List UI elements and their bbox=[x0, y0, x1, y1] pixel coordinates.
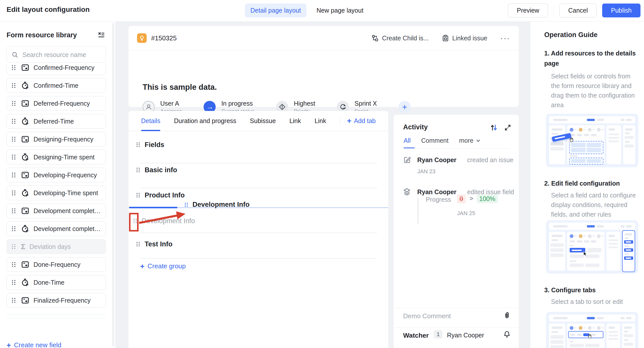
sort-icon[interactable] bbox=[490, 124, 498, 131]
resource-item[interactable]: Done-Time bbox=[7, 275, 106, 290]
drag-handle-icon[interactable] bbox=[10, 135, 17, 143]
more-actions-icon[interactable]: ··· bbox=[500, 34, 510, 42]
drag-handle-icon[interactable] bbox=[135, 166, 141, 174]
drag-handle-icon[interactable] bbox=[10, 153, 17, 161]
drag-handle-icon[interactable] bbox=[10, 82, 17, 89]
drag-handle-icon[interactable] bbox=[10, 261, 17, 268]
create-group-button[interactable]: + Create group bbox=[140, 262, 186, 270]
priority-value: Highest bbox=[294, 100, 315, 107]
tab-link[interactable]: Link bbox=[289, 117, 301, 125]
tab-detail-page-layout[interactable]: Detail page layout bbox=[245, 4, 306, 17]
resource-item[interactable]: Finalized-Frequency bbox=[7, 293, 106, 308]
guide-illustration-2 bbox=[546, 220, 638, 274]
drag-handle-icon[interactable] bbox=[10, 297, 17, 304]
guide-title: Operation Guide bbox=[544, 31, 598, 39]
header-actions: Preview Cancel Publish bbox=[508, 4, 640, 17]
resource-item-label: Deferred-Time bbox=[34, 118, 74, 125]
search-input[interactable] bbox=[22, 51, 101, 59]
drag-handle-icon[interactable] bbox=[135, 191, 141, 199]
activity-date: JAN 25 bbox=[457, 210, 475, 217]
tab-link-wil[interactable]: Link Wil bbox=[315, 117, 327, 125]
expand-icon[interactable] bbox=[504, 124, 511, 131]
resource-item[interactable]: Development completed-... bbox=[7, 221, 106, 236]
tab-subissue[interactable]: Subissue bbox=[250, 117, 276, 125]
group-product-info[interactable]: Product Info bbox=[135, 191, 185, 199]
resource-item[interactable]: Developing-Time spent bbox=[7, 186, 106, 200]
resource-item[interactable]: Deferred-Frequency bbox=[7, 96, 106, 111]
group-test-info[interactable]: Test Info bbox=[135, 240, 173, 248]
drag-handle-icon[interactable] bbox=[10, 118, 17, 125]
resource-item-label: Deferred-Frequency bbox=[34, 100, 90, 107]
frequency-icon bbox=[21, 64, 29, 72]
activity-user[interactable]: Ryan Cooper bbox=[417, 156, 457, 164]
activity-tab-more[interactable]: more bbox=[459, 137, 481, 144]
resource-item[interactable]: Confirmed-Time bbox=[7, 78, 106, 93]
group-basic-info[interactable]: Basic info bbox=[135, 166, 177, 174]
drag-handle-icon[interactable] bbox=[135, 240, 141, 248]
create-new-field-button[interactable]: + Create new field bbox=[7, 341, 61, 348]
old-value-badge: 0 bbox=[457, 194, 466, 203]
tab-details[interactable]: Details bbox=[141, 117, 160, 125]
resource-search[interactable] bbox=[7, 47, 106, 63]
linked-issue-label: Linked issue bbox=[452, 35, 487, 42]
drag-handle-icon[interactable] bbox=[183, 201, 189, 208]
linked-issue-button[interactable]: Linked issue bbox=[442, 34, 487, 42]
drag-handle-icon bbox=[10, 243, 17, 250]
resource-item-label: Development completed-... bbox=[34, 207, 102, 215]
add-tab-button[interactable]: + Add tab bbox=[340, 117, 376, 125]
drag-handle-icon[interactable] bbox=[10, 207, 17, 215]
resource-item-label: Done-Time bbox=[34, 279, 65, 286]
group-fields[interactable]: Fields bbox=[135, 141, 164, 149]
resource-list: Confirmed-Frequency Confirmed-Time Defer… bbox=[7, 64, 106, 314]
tab-duration-progress[interactable]: Duration and progress bbox=[174, 117, 236, 125]
resource-item-label: Designing-Frequency bbox=[34, 136, 93, 143]
sidebar-divider bbox=[7, 314, 106, 314]
guide-step1-heading: 1. Add resources to the details page bbox=[544, 48, 640, 68]
sidebar-scrollbar[interactable] bbox=[112, 23, 114, 346]
resource-item[interactable]: Development completed-... bbox=[7, 204, 106, 218]
drag-handle-icon[interactable] bbox=[10, 100, 17, 107]
resource-item[interactable]: Designing-Time spent bbox=[7, 150, 106, 164]
comment-input[interactable]: Demo Comment bbox=[403, 312, 451, 320]
more-label: more bbox=[459, 137, 473, 144]
bell-icon[interactable] bbox=[503, 330, 511, 338]
dragged-group-development-info[interactable]: Development Info bbox=[183, 201, 250, 209]
guide-illustration-3 bbox=[546, 312, 638, 348]
resource-item-label: Designing-Time spent bbox=[34, 154, 94, 161]
drag-handle-icon[interactable] bbox=[10, 279, 17, 286]
tab-new-page-layout[interactable]: New page layout bbox=[311, 4, 369, 17]
create-child-issue-button[interactable]: Create Child is... bbox=[371, 34, 429, 42]
resource-item-label: Developing-Time spent bbox=[34, 189, 98, 197]
time-icon bbox=[21, 224, 29, 233]
attachment-icon[interactable] bbox=[503, 311, 511, 319]
publish-button[interactable]: Publish bbox=[602, 4, 640, 17]
resource-item[interactable]: Confirmed-Frequency bbox=[7, 64, 106, 75]
operation-guide-panel: Operation Guide 1. Add resources to the … bbox=[530, 21, 644, 348]
chevron-down-icon bbox=[475, 138, 481, 143]
library-title: Form resource library bbox=[7, 31, 77, 39]
activity-user[interactable]: Ryan Cooper bbox=[417, 188, 457, 196]
activity-tab-all[interactable]: All bbox=[404, 137, 411, 144]
drag-handle-icon[interactable] bbox=[10, 189, 17, 197]
drag-handle-icon[interactable] bbox=[10, 64, 17, 71]
annotation-red-arrow bbox=[137, 210, 187, 225]
resource-item[interactable]: Deferred-Time bbox=[7, 114, 106, 129]
drag-handle-icon[interactable] bbox=[10, 171, 17, 179]
hand-cursor-icon bbox=[587, 334, 592, 339]
tabs-divider bbox=[403, 148, 509, 149]
drag-handle-icon[interactable] bbox=[10, 225, 17, 233]
resource-item[interactable]: Done-Frequency bbox=[7, 257, 106, 272]
cancel-button[interactable]: Cancel bbox=[559, 4, 597, 17]
activity-tab-comment[interactable]: Comment bbox=[421, 137, 448, 144]
new-value-badge: 100% bbox=[477, 194, 498, 203]
watcher-name[interactable]: Ryan Cooper bbox=[447, 332, 484, 339]
detail-tabs: Details Duration and progress Subissue L… bbox=[128, 111, 388, 131]
change-arrow-icon: > bbox=[470, 195, 473, 202]
resource-item[interactable]: Designing-Frequency bbox=[7, 132, 106, 147]
collapse-library-icon[interactable] bbox=[97, 31, 105, 39]
preview-button[interactable]: Preview bbox=[508, 4, 548, 17]
guide-step2-heading: 2. Edit field configuration bbox=[544, 178, 640, 188]
drag-handle-icon[interactable] bbox=[135, 141, 141, 149]
add-field-chip[interactable]: + bbox=[399, 101, 411, 113]
resource-item[interactable]: Developing-Frequency bbox=[7, 168, 106, 182]
